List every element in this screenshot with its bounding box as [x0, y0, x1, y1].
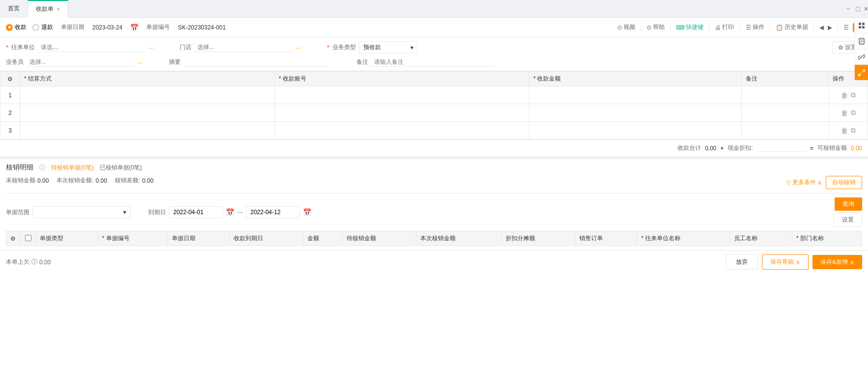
table-gear-icon-2[interactable]: ⚙	[10, 235, 16, 242]
date-separator: —	[237, 209, 243, 216]
calendar-to-icon[interactable]: 📅	[303, 208, 311, 216]
done-tab[interactable]: 已核销单据(0笔)	[100, 164, 142, 172]
select-all-checkbox[interactable]	[25, 235, 31, 241]
remark-cell-1[interactable]	[741, 86, 828, 104]
operation-btn[interactable]: ☰ 操作	[746, 23, 764, 31]
counterpart-input[interactable]	[38, 43, 146, 52]
unverified-label: 未核销金额	[6, 176, 35, 185]
amount-cell-1[interactable]	[529, 86, 741, 104]
shop-more-btn[interactable]: ···	[296, 44, 301, 52]
delete-row-3-btn[interactable]: 🗑	[841, 127, 848, 135]
video-btn[interactable]: ⊙ 视频	[617, 23, 635, 31]
settle-cell-1[interactable]	[20, 86, 275, 104]
help-btn[interactable]: ⊙ 帮助	[647, 23, 665, 31]
account-cell-3[interactable]	[274, 122, 529, 140]
footer-left: 本单上欠 ⓘ 0.00	[6, 258, 51, 266]
more-conditions-btn[interactable]: ▽ 更多条件 ∧	[787, 178, 822, 187]
svg-rect-1	[862, 23, 865, 25]
copy-row-1-btn[interactable]: ⧉	[851, 91, 856, 99]
number-label: 单据编号	[146, 23, 170, 31]
radio-collect[interactable]: 收款	[6, 23, 27, 31]
save-arrow-icon: ∧	[850, 259, 854, 266]
prev-record-btn[interactable]: ◀	[819, 24, 824, 31]
verify-stats-row: 未核销金额 0.00 本次核销金额: 0.00 核销差额: 0.00 ▽ 更多条…	[6, 176, 862, 189]
account-cell-1[interactable]	[274, 86, 529, 104]
required-star-2: *	[327, 44, 329, 51]
verify-info-icon[interactable]: ⓘ	[39, 164, 45, 172]
salesperson-more-btn[interactable]: ···	[137, 58, 143, 66]
amount-cell-3[interactable]	[529, 122, 741, 140]
form-row-2: 业务员 ··· 摘要 备注	[6, 57, 862, 67]
settle-cell-2[interactable]	[20, 104, 275, 122]
calendar-from-icon[interactable]: 📅	[226, 208, 234, 216]
footer-info-icon[interactable]: ⓘ	[31, 258, 37, 266]
auto-clear-btn[interactable]: 自动核销	[826, 176, 862, 189]
verify-right: ▽ 更多条件 ∧ 自动核销	[787, 176, 862, 189]
tab-home[interactable]: 首页	[0, 0, 27, 18]
amount-cell-2[interactable]	[529, 104, 741, 122]
salesperson-input[interactable]	[27, 57, 135, 67]
date-from-input[interactable]	[169, 206, 223, 218]
remark-cell-2[interactable]	[741, 104, 828, 122]
col-gear: ⚙	[0, 72, 20, 86]
date-to-input[interactable]	[246, 206, 300, 218]
business-type-select[interactable]: 预收款 ▾	[359, 41, 418, 54]
print-btn[interactable]: 🖨 打印	[715, 23, 734, 31]
delete-row-1-btn[interactable]: 🗑	[841, 91, 848, 99]
account-cell-2[interactable]	[274, 104, 529, 122]
save-new-btn[interactable]: 保存&新增 ∧	[813, 255, 862, 269]
doc-type-header: 单据类型	[36, 231, 98, 246]
unverified-amount: 未核销金额 0.00	[6, 176, 49, 185]
sidebar-doc-icon[interactable]	[855, 33, 868, 49]
history-btn[interactable]: 📋 历史单据	[776, 23, 808, 31]
main-content: 收款 退款 单据日期 2023-03-24 📅 单据编号 SK-20230324…	[0, 18, 868, 391]
radio-refund[interactable]: 退款	[32, 23, 53, 31]
copy-row-2-btn[interactable]: ⧉	[851, 109, 856, 117]
calendar-icon[interactable]: 📅	[130, 24, 138, 31]
abandon-btn[interactable]: 放弃	[726, 254, 758, 270]
filter-settings-btn[interactable]: 设置	[834, 213, 862, 227]
summary-field: 摘要	[169, 57, 331, 67]
tab-close-icon[interactable]: ×	[56, 6, 60, 13]
doc-number-header: * 单据编号	[98, 231, 167, 246]
shortcut-icon: ⌨	[676, 24, 684, 31]
sidebar-link-icon[interactable]	[855, 49, 868, 65]
sidebar-table-icon[interactable]	[855, 18, 868, 33]
range-field: 单据范围 ▾	[6, 206, 131, 218]
tab-active[interactable]: 收款单 ×	[27, 0, 68, 18]
pending-tab[interactable]: 待核销单据(0笔)	[51, 164, 94, 172]
shortcut-btn[interactable]: ⌨ 快捷键	[676, 23, 704, 31]
collect-total-value: 0.00	[705, 145, 716, 152]
verify-amount-value: 0.00	[851, 145, 862, 152]
next-record-btn[interactable]: ▶	[828, 24, 832, 31]
sidebar-expand-icon[interactable]	[855, 65, 868, 81]
table-gear-icon[interactable]: ⚙	[7, 76, 13, 83]
counterpart-header: * 往来单位名称	[637, 231, 730, 246]
summary-input[interactable]	[184, 57, 331, 67]
settle-cell-3[interactable]	[20, 122, 275, 140]
maximize-btn[interactable]: □	[856, 5, 860, 13]
row-index-1: 1	[0, 86, 20, 104]
range-select[interactable]: ▾	[32, 206, 131, 218]
draft-arrow-icon: ∧	[796, 259, 800, 266]
delete-row-2-btn[interactable]: 🗑	[841, 109, 848, 117]
counterpart-more-btn[interactable]: ···	[149, 44, 155, 52]
cash-discount-input[interactable]	[757, 144, 806, 152]
gear-icon: ⚙	[838, 44, 843, 51]
remark-input[interactable]	[371, 57, 494, 67]
minimize-btn[interactable]: －	[845, 4, 852, 13]
col-settle-header: * 结算方式	[20, 72, 275, 86]
date-value: 2023-03-24	[92, 24, 122, 31]
list-view-btn[interactable]: ☰	[843, 24, 849, 31]
verify-stats: 未核销金额 0.00 本次核销金额: 0.00 核销差额: 0.00	[6, 176, 154, 185]
draft-btn[interactable]: 保存草稿 ∧	[762, 254, 809, 270]
copy-row-3-btn[interactable]: ⧉	[851, 126, 856, 135]
department-header: * 部门名称	[792, 231, 862, 246]
current-value: 0.00	[96, 177, 107, 184]
query-btn[interactable]: 查询	[835, 197, 862, 211]
remark-cell-3[interactable]	[741, 122, 828, 140]
shop-input[interactable]	[194, 43, 293, 52]
right-sidebar	[854, 18, 868, 81]
close-window-btn[interactable]: ×	[864, 5, 868, 13]
shop-field: 门店 ···	[180, 43, 301, 52]
